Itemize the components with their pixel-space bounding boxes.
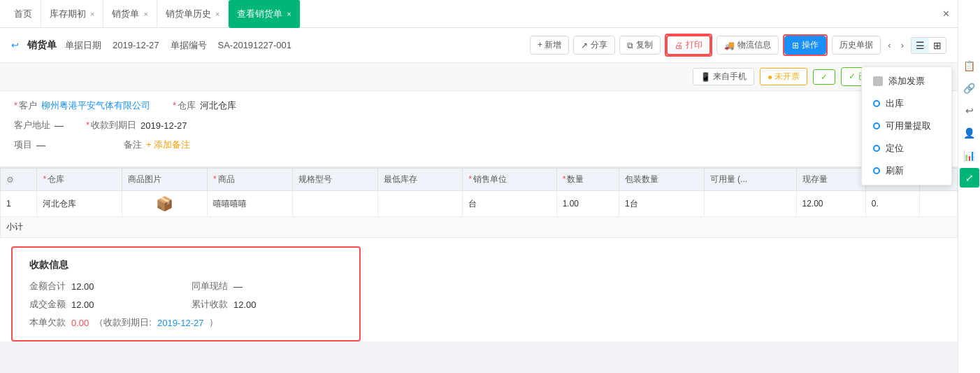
from-phone-button[interactable]: 📱 来自手机: [693, 68, 754, 85]
ops-highlight: ⊞ 操作: [783, 34, 828, 56]
project-value: —: [36, 140, 45, 150]
dropdown-locate[interactable]: 定位: [862, 137, 951, 160]
dropdown-available-qty[interactable]: 可用量提取: [862, 115, 951, 137]
deal-amount-label: 成交金额: [29, 298, 66, 311]
th-pack-qty: 包装数量: [619, 169, 704, 191]
current-owe-row: 本单欠款 0.00 （收款到期日: 2019-12-27 ）: [29, 316, 343, 329]
due-date-field: *收款到期日 2019-12-27: [86, 119, 187, 132]
view-toggle: ☰ ⊞: [911, 37, 946, 54]
sidebar-link-icon[interactable]: 🔗: [960, 78, 979, 98]
tab-sales-history[interactable]: 销货单历史 ×: [157, 0, 229, 28]
th-min-stock: 最低库存: [377, 169, 463, 191]
subtotal-row: 小计: [1, 217, 958, 238]
close-sales-tab[interactable]: ×: [143, 10, 147, 18]
copy-button[interactable]: ⧉ 复制: [619, 36, 661, 55]
total-label: 金额合计: [29, 280, 66, 293]
share-icon: ↗: [581, 41, 588, 50]
sidebar-chart-icon[interactable]: 📊: [960, 146, 979, 165]
global-close-icon[interactable]: ×: [943, 8, 949, 20]
product-table: ⚙ *仓库 商品图片 *商品 规格型号 最低库存 *销售单位 *数量 包装数量 …: [0, 168, 958, 238]
warehouse-field: *仓库 河北仓库: [173, 99, 236, 112]
ops-button[interactable]: ⊞ 操作: [784, 36, 826, 55]
th-image: 商品图片: [122, 169, 208, 191]
doc-number-value: SA-20191227-001: [218, 40, 292, 50]
note-field: 备注 + 添加备注: [124, 139, 190, 151]
table-row: 1 河北仓库 📦 嘻嘻嘻嘻 台 1.00 1台 12.00 0.: [1, 191, 958, 217]
logistics-button[interactable]: 🚚 物流信息: [716, 36, 779, 55]
th-warehouse: *仓库: [37, 169, 122, 191]
new-button[interactable]: + 新增: [530, 36, 569, 55]
doc-meta: 单据日期 2019-12-27 单据编号 SA-20191227-001: [65, 39, 291, 52]
list-view-icon[interactable]: ☰: [911, 38, 929, 53]
pay-due-date: 2019-12-27: [157, 318, 204, 328]
close-view-sales-tab[interactable]: ×: [287, 10, 291, 18]
add-note-button[interactable]: + 添加备注: [146, 139, 190, 151]
form-area: *客户 柳州粤港平安气体有限公司 *仓库 河北仓库 业务员 演示账号 客户地址 …: [0, 91, 958, 167]
accumulated-value: 12.00: [233, 300, 257, 310]
total-value: 12.00: [71, 281, 94, 292]
tab-home[interactable]: 首页: [6, 0, 41, 28]
form-row-2: 客户地址 — *收款到期日 2019-12-27 *票据类型 不开票: [14, 119, 944, 132]
nav-prev-icon[interactable]: ‹: [885, 38, 893, 52]
print-icon: 🖨: [675, 41, 683, 50]
right-sidebar: 📋 🔗 ↩ 👤 📊 ⤢: [958, 0, 980, 350]
close-history-tab[interactable]: ×: [215, 10, 219, 18]
product-table-wrap: ⚙ *仓库 商品图片 *商品 规格型号 最低库存 *销售单位 *数量 包装数量 …: [0, 167, 958, 238]
deal-amount-row: 成交金额 12.00: [29, 298, 180, 311]
dropdown-add-invoice[interactable]: 添加发票: [862, 70, 951, 92]
form-row-1: *客户 柳州粤港平安气体有限公司 *仓库 河北仓库 业务员 演示账号: [14, 99, 944, 112]
th-qty: *数量: [556, 169, 619, 191]
not-open-button[interactable]: ● 未开票: [760, 68, 807, 85]
refresh-icon: [873, 167, 880, 174]
doc-date-label: 单据日期: [65, 39, 101, 52]
available-qty-icon: [873, 122, 880, 129]
cell-min-stock: [377, 191, 463, 217]
address-field: 客户地址 —: [14, 119, 64, 132]
same-order-row: 同单现结 —: [192, 280, 343, 293]
history-button[interactable]: 历史单据: [832, 36, 881, 55]
table-header-row: ⚙ *仓库 商品图片 *商品 规格型号 最低库存 *销售单位 *数量 包装数量 …: [1, 169, 958, 191]
sidebar-expand-icon[interactable]: ⤢: [960, 168, 979, 188]
th-spec: 规格型号: [292, 169, 377, 191]
confirm-button[interactable]: ✓: [813, 69, 835, 85]
tab-view-sales[interactable]: 查看销货单 ×: [229, 0, 300, 28]
deal-amount-value: 12.00: [71, 300, 94, 310]
due-date-value: 2019-12-27: [140, 120, 187, 131]
dropdown-refresh[interactable]: 刷新: [862, 160, 951, 182]
th-product: *商品: [208, 169, 293, 191]
cell-amount: [919, 191, 957, 217]
print-button[interactable]: 🖨 打印: [666, 35, 711, 55]
nav-next-icon[interactable]: ›: [898, 38, 907, 52]
close-inventory-tab[interactable]: ×: [90, 10, 94, 18]
th-unit: *销售单位: [463, 169, 556, 191]
cell-product: 嘻嘻嘻嘻: [208, 191, 293, 217]
share-button[interactable]: ↗ 分享: [573, 36, 615, 55]
same-order-label: 同单现结: [192, 280, 228, 293]
tab-sales[interactable]: 销货单 ×: [103, 0, 157, 28]
logistics-icon: 🚚: [724, 41, 735, 50]
doc-date-value: 2019-12-27: [113, 40, 159, 50]
payment-grid: 金额合计 12.00 同单现结 — 成交金额 12.00 累计收款 12.00 …: [29, 280, 343, 329]
accumulated-label: 累计收款: [192, 298, 228, 311]
form-row-3: 项目 — 备注 + 添加备注 *业务员孟 —: [14, 139, 944, 151]
accumulated-row: 累计收款 12.00: [192, 298, 343, 311]
sidebar-return-icon[interactable]: ↩: [960, 101, 979, 120]
payment-title: 收款信息: [29, 259, 343, 272]
phone-icon: 📱: [700, 72, 711, 82]
th-gear: ⚙: [1, 169, 37, 191]
th-current-stock: 现存量: [796, 169, 865, 191]
print-highlight: 🖨 打印: [665, 34, 712, 57]
dropdown-outbound[interactable]: 出库: [862, 92, 951, 115]
cell-available: [704, 191, 796, 217]
main-area: ↩ 销货单 单据日期 2019-12-27 单据编号 SA-20191227-0…: [0, 28, 958, 342]
tab-inventory[interactable]: 库存期初 ×: [41, 0, 103, 28]
address-value: —: [55, 120, 64, 131]
grid-view-icon[interactable]: ⊞: [929, 38, 946, 53]
sidebar-clipboard-icon[interactable]: 📋: [960, 56, 979, 76]
doc-title: 销货单: [27, 39, 57, 52]
doc-header: ↩ 销货单 单据日期 2019-12-27 单据编号 SA-20191227-0…: [0, 28, 958, 63]
sidebar-user-icon[interactable]: 👤: [960, 123, 979, 143]
customer-value[interactable]: 柳州粤港平安气体有限公司: [41, 99, 150, 112]
gear-settings-icon[interactable]: ⚙: [6, 175, 14, 185]
cell-unit: 台: [463, 191, 556, 217]
